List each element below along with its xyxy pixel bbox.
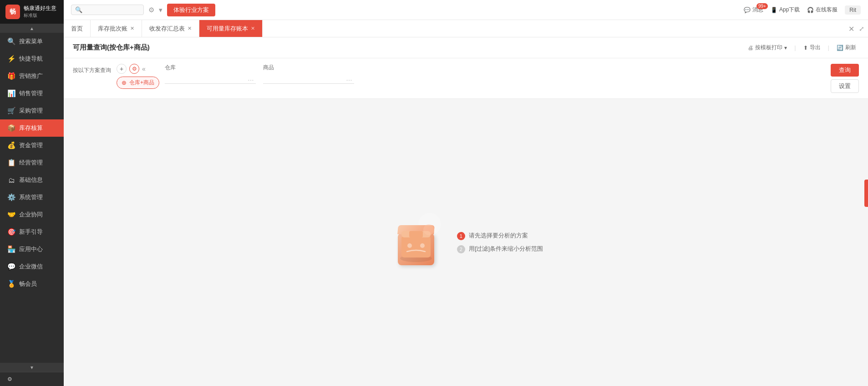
refresh-label: 刷新 <box>845 44 856 51</box>
filter-scheme-controls: + ⚙ « <box>117 64 159 74</box>
sidebar-item-icon: 💬 <box>7 262 15 271</box>
svg-point-8 <box>420 243 425 248</box>
warehouse-input[interactable] <box>167 74 246 82</box>
sidebar-item-采购管理[interactable]: 🛒 采购管理 <box>0 102 64 119</box>
sidebar-item-label: 库存核算 <box>19 124 43 132</box>
sidebar-item-icon: 📋 <box>7 159 15 167</box>
hint-1-num: 1 <box>457 232 465 240</box>
scheme-setting-button[interactable]: ⚙ <box>129 64 139 74</box>
page-content: 可用量查询(按仓库+商品) 🖨 按模板打印 ▾ | ⬆ 导出 | 🔄 刷新 <box>64 37 868 386</box>
filter-fields: 仓库 … 商品 … <box>165 64 825 84</box>
page-title: 可用量查询(按仓库+商品) <box>73 43 150 52</box>
service-label: 在线客服 <box>816 6 838 14</box>
sidebar-item-快捷导航[interactable]: ⚡ 快捷导航 <box>0 50 64 67</box>
scheme-collapse-icon[interactable]: « <box>142 65 146 72</box>
tab-stock-summary-close[interactable]: ✕ <box>188 26 192 31</box>
tab-available-stock-close[interactable]: ✕ <box>251 26 255 31</box>
tab-inventory-batch[interactable]: 库存批次账 ✕ <box>91 20 142 37</box>
search-input[interactable] <box>85 7 131 13</box>
tabs-bar: 首页 库存批次账 ✕ 收发存汇总表 ✕ 可用量库存账本 ✕ ✕ ⤢ <box>64 20 868 37</box>
product-field: 商品 … <box>263 64 354 84</box>
column-setting-button[interactable]: 设置 <box>831 79 859 93</box>
message-button[interactable]: 💬 消息 99+ <box>744 6 763 14</box>
svg-rect-6 <box>409 231 423 237</box>
sidebar-item-label: 系统管理 <box>19 193 43 201</box>
tab-available-stock[interactable]: 可用量库存账本 ✕ <box>199 20 263 37</box>
tab-available-stock-label: 可用量库存账本 <box>207 25 248 33</box>
empty-hint-1: 1 请先选择要分析的方案 <box>457 232 543 240</box>
sidebar-item-系统管理[interactable]: ⚙️ 系统管理 <box>0 189 64 206</box>
sidebar-item-icon: 🏪 <box>7 245 15 253</box>
sidebar-scroll-up[interactable]: ▲ <box>0 24 64 33</box>
sidebar-item-销售管理[interactable]: 📊 销售管理 <box>0 85 64 102</box>
phone-icon: 📱 <box>771 7 777 13</box>
sidebar-item-库存核算[interactable]: 📦 库存核算 <box>0 119 64 137</box>
svg-rect-4 <box>401 236 431 257</box>
add-scheme-button[interactable]: + <box>117 64 127 74</box>
sidebar-item-label: 应用中心 <box>19 245 43 253</box>
sidebar-scroll-down[interactable]: ▼ <box>0 363 64 372</box>
print-dropdown-icon[interactable]: ▾ <box>784 45 787 51</box>
sidebar-item-label: 基础信息 <box>19 176 43 184</box>
sidebar-item-搜索菜单[interactable]: 🔍 搜索菜单 <box>0 33 64 50</box>
sidebar-item-label: 营销推广 <box>19 72 43 80</box>
sidebar-item-icon: 🎁 <box>7 72 15 80</box>
sidebar-item-应用中心[interactable]: 🏪 应用中心 <box>0 241 64 258</box>
topbar-dropdown-icon[interactable]: ▾ <box>159 6 162 14</box>
sidebar-item-icon: 🤝 <box>7 211 15 219</box>
trial-button[interactable]: 体验行业方案 <box>167 4 215 16</box>
user-avatar[interactable]: Rit <box>845 5 861 15</box>
sidebar-item-icon: 🏅 <box>7 280 15 288</box>
export-button[interactable]: ⬆ 导出 <box>801 42 823 53</box>
right-edge-handle[interactable] <box>864 180 868 207</box>
filter-label: 按以下方案查询 <box>73 64 111 74</box>
sidebar-item-label: 新手引导 <box>19 228 43 236</box>
print-button[interactable]: 🖨 按模板打印 ▾ <box>745 42 790 53</box>
sidebar-item-icon: 🔍 <box>7 37 15 46</box>
tab-home[interactable]: 首页 <box>64 20 91 37</box>
tabs-expand-button[interactable]: ⤢ <box>859 25 864 32</box>
query-button[interactable]: 查询 <box>831 64 859 77</box>
hint-1-text: 请先选择要分析的方案 <box>469 232 528 240</box>
page-header: 可用量查询(按仓库+商品) 🖨 按模板打印 ▾ | ⬆ 导出 | 🔄 刷新 <box>64 37 868 58</box>
sidebar-item-企业微信[interactable]: 💬 企业微信 <box>0 258 64 275</box>
empty-hint-2: 2 用[过滤]条件来缩小分析范围 <box>457 245 543 253</box>
product-input-wrapper: … <box>263 73 354 84</box>
sidebar-item-资金管理[interactable]: 💰 资金管理 <box>0 137 64 154</box>
svg-point-7 <box>407 243 412 248</box>
sidebar-item-新手引导[interactable]: 🎯 新手引导 <box>0 223 64 241</box>
sidebar-item-label: 采购管理 <box>19 107 43 115</box>
sidebar-item-企业协同[interactable]: 🤝 企业协同 <box>0 206 64 223</box>
app-title-block: 畅康通好生意 标准版 <box>24 5 56 19</box>
customer-service-button[interactable]: 🎧 在线客服 <box>807 6 838 14</box>
tab-stock-summary[interactable]: 收发存汇总表 ✕ <box>142 20 199 37</box>
product-more-icon[interactable]: … <box>346 75 352 82</box>
sidebar-item-经营管理[interactable]: 📋 经营管理 <box>0 154 64 171</box>
export-label: 导出 <box>810 44 821 51</box>
sidebar-item-畅会员[interactable]: 🏅 畅会员 <box>0 275 64 293</box>
svg-point-9 <box>423 224 434 235</box>
tabs-close-all-button[interactable]: ✕ <box>848 24 854 33</box>
sidebar-item-label: 快捷导航 <box>19 55 43 63</box>
sidebar-item-label: 企业协同 <box>19 211 43 219</box>
settings-icon: ⚙ <box>7 376 12 382</box>
action-separator-2: | <box>828 44 829 51</box>
sidebar-item-icon: 📊 <box>7 89 15 98</box>
refresh-button[interactable]: 🔄 刷新 <box>834 42 859 53</box>
warehouse-more-icon[interactable]: … <box>248 75 254 82</box>
sidebar-bottom[interactable]: ⚙ <box>0 372 64 386</box>
scheme-item-warehouse-product[interactable]: ⊕ 仓库+商品 <box>117 77 159 89</box>
scheme-item-label: 仓库+商品 <box>129 79 154 87</box>
sidebar-item-基础信息[interactable]: 🗂 基础信息 <box>0 171 64 189</box>
print-label: 按模板打印 <box>755 44 782 51</box>
sidebar-item-label: 企业微信 <box>19 262 43 271</box>
app-download-button[interactable]: 📱 App下载 <box>771 6 800 14</box>
sidebar-item-icon: ⚡ <box>7 55 15 63</box>
product-input[interactable] <box>265 74 344 82</box>
sidebar-item-营销推广[interactable]: 🎁 营销推广 <box>0 67 64 85</box>
app-subtitle: 标准版 <box>24 12 56 19</box>
tab-inventory-batch-close[interactable]: ✕ <box>130 26 134 31</box>
filter-actions: 查询 设置 <box>831 64 859 93</box>
topbar-search-box[interactable]: 🔍 <box>71 5 144 15</box>
topbar-gear-icon[interactable]: ⚙ <box>148 6 154 14</box>
